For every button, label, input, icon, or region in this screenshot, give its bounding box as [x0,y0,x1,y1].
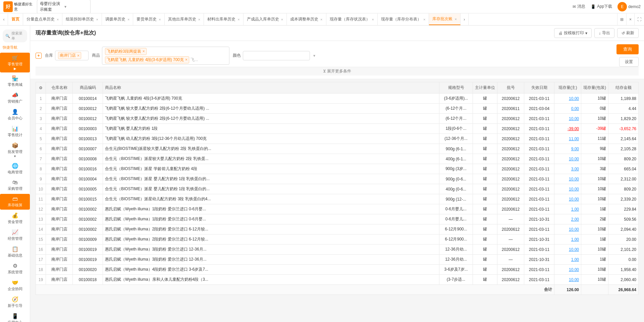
sidebar-item-wholesale[interactable]: 📦 批发管理 ▾ [0,140,30,160]
export-btn[interactable]: ↓ 导出 [594,28,614,38]
tab-disassemble[interactable]: 组装拆卸单历史 × [62,13,102,25]
warehouse-tag-close-icon[interactable]: × [77,53,79,58]
sidebar-item-stats[interactable]: 📊 零售统计 [0,123,30,140]
product-more[interactable]: 飞... [191,57,198,63]
sidebar-item-system[interactable]: ⚙ 系统管理 [0,261,30,277]
message-btn[interactable]: ✉ 消息 [573,4,585,9]
cell-qty[interactable]: 0.00 [554,104,581,114]
app-logo: 好 畅捷通好生意 [3,1,34,12]
cell-qty[interactable]: 10.00 [554,275,581,285]
cell-batch: 20200612 [497,94,524,104]
tab-more-btn[interactable]: ⊞ [617,13,626,25]
tab-producein[interactable]: 产成品入库单历史 × [244,13,287,25]
refresh-btn[interactable]: ↺ 刷新 [617,28,639,38]
sidebar-item-apps[interactable]: 📱 应用中心 [0,311,30,322]
template-print-btn[interactable]: 🖨 按模板打印 ▾ [554,28,592,38]
setting-btn[interactable]: 设置 [619,57,639,67]
cell-idx: 18 [36,265,46,275]
tab-next-btn[interactable]: › [461,13,469,25]
product-tag-2-close[interactable]: × [185,57,187,62]
tab-stockdist[interactable]: 现存量（库存分布表） × [378,13,429,25]
table-row: 8 南岸门店 00100016 合生元（BIOSTIME）派星 学龄前儿童配方奶… [36,164,639,174]
color-label: 颜色 [233,53,241,58]
tab-batchcheck[interactable]: 库存批次账 × [429,13,460,25]
sidebar-item-basic[interactable]: 📋 基础信息 [0,244,30,260]
account-selector[interactable]: 母婴行业演示账套 ▾ [37,0,91,14]
sidebar-item-corp[interactable]: 🤝 企业协同 [0,277,30,293]
tab-close-icon[interactable]: × [127,17,129,21]
sidebar-item-finance[interactable]: 💰 资金管理 [0,210,30,226]
sidebar-item-marketing[interactable]: 📣 营销推广 [0,90,30,106]
sidebar-item-purchase[interactable]: 🛍 采购管理 [0,177,30,193]
warehouse-tag-box[interactable]: 南岸门店 × [55,51,89,60]
cell-qty[interactable]: 10.00 [554,114,581,124]
cell-qty[interactable]: 10.00 [554,94,581,104]
cell-qty[interactable]: 10.00 [554,194,581,204]
sidebar-item-operation[interactable]: 📈 经营管理 [0,227,30,243]
tab-close-icon[interactable]: × [159,17,161,21]
cell-qty[interactable]: 10.00 [554,154,581,164]
cell-qty[interactable]: 10.00 [554,184,581,194]
tab-close-icon[interactable]: × [423,17,425,21]
tab-costadjust[interactable]: 成本调整单历史 × [287,13,326,25]
cell-qty[interactable]: 1.00 [554,204,581,214]
tab-close-icon[interactable]: × [372,17,374,21]
cell-unit: 罐 [473,224,497,234]
cell-qty[interactable]: 10.00 [554,224,581,234]
tab-close-icon[interactable]: × [96,17,98,21]
quick-nav-label[interactable]: 快捷导航 [3,45,27,50]
color-tag-box[interactable] [243,51,310,60]
cell-qty[interactable]: 1.00 [554,255,581,265]
cell-qty[interactable]: 1.00 [554,234,581,245]
cell-qty[interactable]: 9.00 [554,144,581,154]
sidebar-item-retail[interactable]: 🛒 零售管理 ▶ [0,53,30,72]
cell-expire: 2021-03-11 [524,144,554,154]
th-name: 商品名称 [103,82,439,94]
cell-qty[interactable]: 11.00 [554,134,581,144]
tab-close-all-btn[interactable]: × [626,13,634,25]
sidebar-item-shop[interactable]: 🏪 零售商城 [0,73,30,89]
sidebar-item-member[interactable]: 👤 会员中心 [0,107,30,123]
tab-materialout[interactable]: 材料出库单历史 × [204,13,243,25]
cell-spec: 12-36月幼... [439,245,473,255]
tab-close-icon[interactable]: × [454,17,457,21]
cell-qty[interactable]: 10.00 [554,174,581,184]
tab-stockstatus[interactable]: 现存量（库存状况表） × [326,13,378,25]
tab-home[interactable]: 首页 [8,13,23,25]
tab-splitstock[interactable]: 分量盘点单历史 × [23,13,62,25]
data-table: ⚙ 仓库名称 商品编码 商品名称 规格型号 主计量单位 批号 失效日期 现存量(… [36,82,639,295]
cell-qty[interactable]: -39.00 [554,124,581,134]
user-profile[interactable]: E demo2 [618,2,641,11]
tab-pickup-label: 调拨单历史 [105,16,125,22]
app-download-btn[interactable]: 📱 App下载 [591,4,612,9]
expand-more-btn[interactable]: ⊻ 展开更多条件 [36,67,639,75]
product-tag-1-close[interactable]: × [143,49,145,54]
tab-fullscreen-btn[interactable]: ⛶ [634,13,644,25]
th-settings[interactable]: ⚙ [36,82,46,94]
tab-close-icon[interactable]: × [320,17,322,21]
search-input-box[interactable]: 🔍 搜索菜单 [3,30,27,42]
product-tag-box[interactable]: 飞鹤奶粉3段两提装 × 飞鹤星飞帆 儿童奶粉 4段(3-6岁适用) 700克 ×… [102,47,229,65]
tab-close-icon[interactable]: × [237,17,239,21]
cell-expire: 2021-03-11 [524,134,554,144]
cell-qty[interactable]: 10.00 [554,245,581,255]
cell-spec: 0-6月婴儿... [439,204,473,214]
cell-qty[interactable]: 10.00 [554,265,581,275]
sidebar-item-stock[interactable]: 🗃 库存核算 [0,194,30,210]
query-btn[interactable]: 查询 [616,44,639,54]
tab-prev-btn[interactable]: ‹ [0,13,8,25]
tab-close-icon[interactable]: × [198,17,200,21]
expand-btn[interactable]: + [36,53,42,59]
home-tab-label: 首页 [11,16,19,22]
app-label: App下载 [597,4,612,9]
sidebar-item-ecom[interactable]: 🌐 电商管理 [0,161,30,177]
tab-otherout[interactable]: 其他出库单历史 × [165,13,204,25]
tab-close-icon[interactable]: × [57,17,59,21]
finance-icon: 💰 [12,212,18,219]
tab-pickup[interactable]: 调拨单历史 × [102,13,133,25]
sidebar-item-guide[interactable]: 🧭 新手引导 [0,294,30,310]
cell-qty[interactable]: 2.00 [554,214,581,224]
cell-qty[interactable]: 3.00 [554,164,581,174]
tab-purchase[interactable]: 要货单历史 × [133,13,164,25]
tab-close-icon[interactable]: × [281,17,283,21]
